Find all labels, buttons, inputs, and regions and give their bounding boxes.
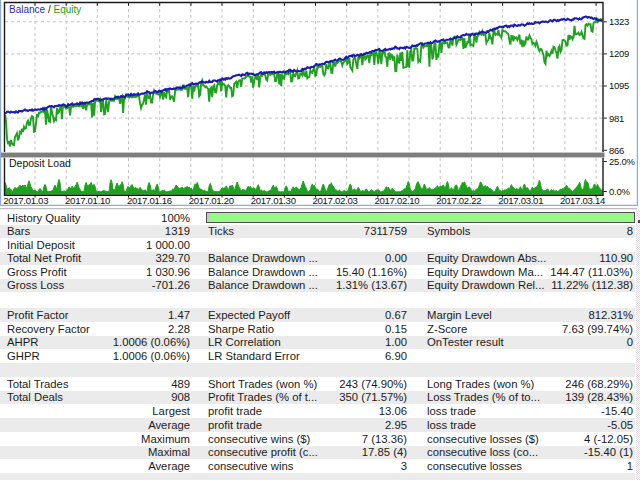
svg-text:Deposit Load: Deposit Load xyxy=(9,157,71,169)
svg-text:2017.01.30: 2017.01.30 xyxy=(251,195,296,206)
svg-text:981: 981 xyxy=(609,113,624,124)
svg-text:2017.01.20: 2017.01.20 xyxy=(189,195,234,206)
svg-text:1323: 1323 xyxy=(609,16,629,27)
svg-text:2017.01.10: 2017.01.10 xyxy=(65,195,110,206)
svg-text:2017.03.01: 2017.03.01 xyxy=(498,195,543,206)
svg-text:2017.02.03: 2017.02.03 xyxy=(312,195,357,206)
svg-text:2017.02.22: 2017.02.22 xyxy=(436,195,481,206)
svg-text:1095: 1095 xyxy=(609,80,629,91)
svg-text:25.0%: 25.0% xyxy=(609,156,635,167)
svg-text:866: 866 xyxy=(609,145,624,156)
svg-text:2017.01.16: 2017.01.16 xyxy=(127,195,172,206)
svg-text:2017.02.10: 2017.02.10 xyxy=(374,195,419,206)
svg-text:2017.03.14: 2017.03.14 xyxy=(560,195,606,206)
svg-text:1209: 1209 xyxy=(609,48,629,59)
svg-text:2017.01.03: 2017.01.03 xyxy=(3,195,48,206)
svg-text:0.0%: 0.0% xyxy=(609,186,630,197)
svg-text:Balance / Equity: Balance / Equity xyxy=(9,4,81,15)
